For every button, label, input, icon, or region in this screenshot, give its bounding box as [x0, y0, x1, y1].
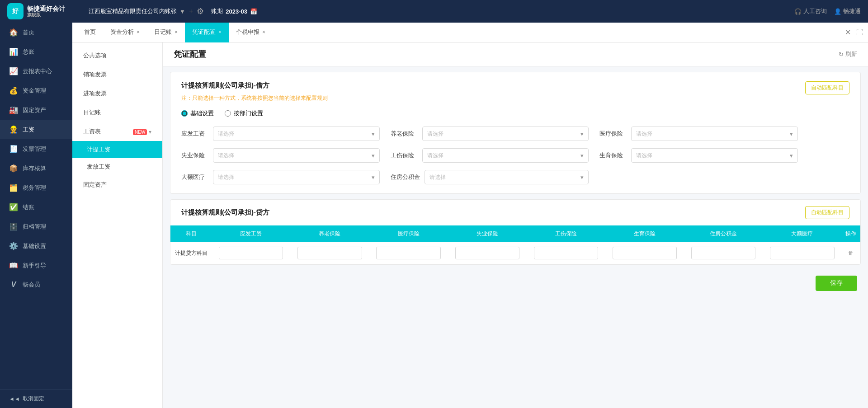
tab-tax[interactable]: 个税申报 × [229, 23, 273, 42]
housing-select[interactable]: 请选择 ▾ [425, 170, 589, 184]
debit-section-note: 注：只能选择一种方式，系统将按照您当前的选择来配置规则 [181, 94, 798, 102]
chevron-down-icon: ▾ [790, 131, 793, 137]
divider: + [189, 7, 193, 15]
sidebar-item-funds[interactable]: 💰 资金管理 [0, 81, 72, 100]
tab-voucher-config[interactable]: 凭证配置 × [185, 23, 229, 42]
sidebar-item-ledger[interactable]: 📊 总账 [0, 42, 72, 61]
sub-nav-fixed-assets[interactable]: 固定资产 [72, 175, 162, 194]
close-tab-journal[interactable]: × [175, 29, 178, 35]
pension-select[interactable]: 请选择 ▾ [422, 127, 589, 141]
cell-bigmedical[interactable] [763, 242, 841, 264]
credit-section: 计提核算规则(公司承担)-贷方 自动匹配科目 科目 应发工资 养老保险 医疗保险… [170, 199, 861, 265]
sub-nav-public[interactable]: 公共选项 [72, 46, 162, 65]
input-unemployment[interactable] [455, 247, 519, 259]
sidebar-item-settle[interactable]: ✅ 结账 [0, 197, 72, 217]
close-tab-tax[interactable]: × [262, 29, 265, 35]
maternity-select[interactable]: 请选择 ▾ [631, 148, 798, 163]
input-bigmedical[interactable] [770, 247, 834, 259]
sub-nav-journal[interactable]: 日记账 [72, 103, 162, 122]
sidebar-item-inventory[interactable]: 📦 库存核算 [0, 159, 72, 178]
table-header-row: 科目 应发工资 养老保险 医疗保险 失业保险 工伤保险 生育保险 住房公积金 大… [170, 225, 860, 242]
top-bar-actions: 🎧 人工咨询 👤 畅捷通 [794, 7, 861, 15]
sub-nav-sales-invoice[interactable]: 销项发票 [72, 65, 162, 84]
th-workinjury: 工伤保险 [527, 225, 605, 242]
sidebar-item-assets[interactable]: 🏭 固定资产 [0, 100, 72, 120]
radio-basic[interactable]: 基础设置 [181, 109, 214, 117]
medical-select[interactable]: 请选择 ▾ [631, 127, 798, 141]
th-bigmedical: 大额医疗 [763, 225, 841, 242]
sidebar-item-settings[interactable]: ⚙️ 基础设置 [0, 236, 72, 256]
field-wage: 应发工资 请选择 ▾ [181, 127, 380, 141]
tab-funds-analysis[interactable]: 资金分析 × [103, 23, 147, 42]
company-selector[interactable]: 江西服宝精品有限责任公司内账张 ▼ [89, 7, 185, 15]
avatar: 👤 [834, 8, 841, 15]
tab-home[interactable]: 首页 [77, 23, 103, 42]
archive-icon: 🗄️ [9, 222, 18, 231]
auto-match-credit-button[interactable]: 自动匹配科目 [805, 206, 849, 219]
input-pension[interactable] [297, 247, 362, 259]
input-housing[interactable] [691, 247, 755, 259]
sub-nav-payroll-table[interactable]: 工资表 NEW ▾ [72, 122, 162, 141]
cell-maternity[interactable] [605, 242, 684, 264]
refresh-icon: ↻ [839, 51, 844, 58]
delete-icon[interactable]: 🗑 [848, 250, 854, 256]
radio-basic-input[interactable] [181, 110, 188, 117]
vip-icon: V [9, 281, 18, 289]
cell-unemployment[interactable] [448, 242, 527, 264]
sidebar-item-invoice[interactable]: 🧾 发票管理 [0, 139, 72, 159]
chevron-down-icon: ▾ [580, 152, 584, 159]
user-menu[interactable]: 👤 畅捷通 [834, 7, 861, 15]
cell-delete[interactable]: 🗑 [841, 242, 860, 264]
tab-journal[interactable]: 日记账 × [147, 23, 185, 42]
close-tab-voucher[interactable]: × [218, 29, 222, 35]
save-bar: 保存 [163, 270, 868, 296]
save-button[interactable]: 保存 [816, 276, 857, 291]
credit-table: 科目 应发工资 养老保险 医疗保险 失业保险 工伤保险 生育保险 住房公积金 大… [170, 225, 860, 264]
settings-icon[interactable]: ⚙ [197, 6, 204, 16]
unemployment-select[interactable]: 请选择 ▾ [213, 148, 380, 163]
sidebar: 🏠 首页 📊 总账 📈 云报表中心 💰 资金管理 🏭 固定资产 👷 工资 🧾 发… [0, 23, 72, 408]
sub-nav-payroll-payment[interactable]: 发放工资 [72, 158, 162, 175]
input-medical[interactable] [376, 247, 440, 259]
sidebar-item-archive[interactable]: 🗄️ 归档管理 [0, 217, 72, 236]
cell-wage[interactable] [212, 242, 290, 264]
chevron-down-icon: ▾ [580, 174, 584, 181]
radio-by-dept[interactable]: 按部门设置 [225, 109, 263, 117]
content-area: 首页 资金分析 × 日记账 × 凭证配置 × 个税申报 × ✕ ⛶ [72, 23, 868, 408]
cell-medical[interactable] [369, 242, 448, 264]
sidebar-item-home[interactable]: 🏠 首页 [0, 23, 72, 42]
field-unemployment: 失业保险 请选择 ▾ [181, 148, 380, 163]
logo: 好 畅捷通好会计 旗舰版 [7, 3, 80, 19]
sidebar-item-salary[interactable]: 👷 工资 [0, 120, 72, 139]
sub-nav-payroll-accrual[interactable]: 计提工资 [72, 141, 162, 158]
cell-housing[interactable] [684, 242, 763, 264]
ledger-icon: 📊 [9, 47, 18, 56]
close-tab-funds[interactable]: × [137, 29, 140, 35]
sidebar-item-tax[interactable]: 🗂️ 税务管理 [0, 178, 72, 197]
close-all-button[interactable]: ✕ [845, 28, 851, 37]
consult-button[interactable]: 🎧 人工咨询 [794, 7, 827, 15]
sidebar-item-vip[interactable]: V 畅会员 [0, 275, 72, 294]
sub-nav-purchase-invoice[interactable]: 进项发票 [72, 84, 162, 103]
th-subject: 科目 [170, 225, 212, 242]
th-unemployment: 失业保险 [448, 225, 527, 242]
refresh-button[interactable]: ↻ 刷新 [839, 50, 857, 58]
auto-match-debit-button[interactable]: 自动匹配科目 [805, 81, 849, 94]
cell-pension[interactable] [290, 242, 369, 264]
period-selector[interactable]: 账期 2023-03 📅 [211, 7, 257, 15]
expand-button[interactable]: ⛶ [856, 28, 863, 37]
inventory-icon: 📦 [9, 164, 18, 173]
bigmedical-select[interactable]: 请选择 ▾ [213, 170, 380, 184]
th-wage: 应发工资 [212, 225, 290, 242]
wage-select[interactable]: 请选择 ▾ [213, 127, 380, 141]
workinjury-select[interactable]: 请选择 ▾ [422, 148, 589, 163]
radio-dept-input[interactable] [225, 110, 231, 117]
input-wage[interactable] [219, 247, 283, 259]
input-maternity[interactable] [613, 247, 677, 259]
input-workinjury[interactable] [534, 247, 598, 259]
cell-workinjury[interactable] [527, 242, 605, 264]
sidebar-item-reports[interactable]: 📈 云报表中心 [0, 61, 72, 81]
credit-section-title: 计提核算规则(公司承担)-贷方 [181, 208, 269, 217]
sidebar-item-guide[interactable]: 📖 新手引导 [0, 256, 72, 275]
cancel-pin-button[interactable]: ◄◄ 取消固定 [0, 389, 72, 408]
